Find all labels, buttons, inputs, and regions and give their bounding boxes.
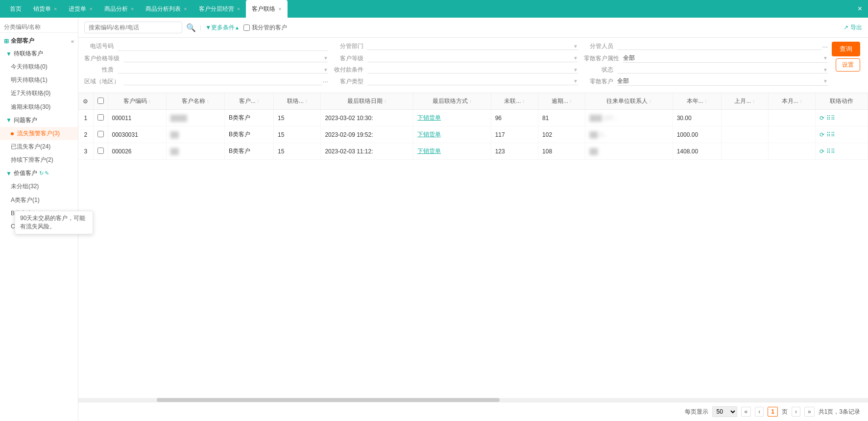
tab-home-label: 首页 xyxy=(10,5,22,13)
scroll-thumb[interactable] xyxy=(157,398,500,402)
region-select[interactable] xyxy=(123,78,322,85)
th-last-date[interactable]: 最后联络日期 xyxy=(321,93,413,110)
sidebar-group-pending[interactable]: ▼ 待联络客户 xyxy=(0,47,78,60)
row-name-1: ██ xyxy=(166,126,224,143)
row-action-1[interactable]: ⟳ ⠿⠿ xyxy=(816,126,868,143)
row-action-2[interactable]: ⟳ ⠿⠿ xyxy=(816,143,868,160)
th-code[interactable]: 客户编码 xyxy=(108,93,166,110)
tab-customer-tier[interactable]: 客户分层经营 × xyxy=(193,0,246,18)
table-settings-icon[interactable]: ⚙ xyxy=(83,98,88,105)
row-checkbox-1[interactable] xyxy=(93,126,108,143)
retail-attr-select[interactable]: 全部 ▼ xyxy=(623,54,828,63)
th-type[interactable]: 客户... xyxy=(225,93,274,110)
sidebar-item-7days[interactable]: 近7天待联络(0) xyxy=(0,87,78,100)
sidebar-collapse-icon[interactable]: « xyxy=(71,38,74,44)
query-button[interactable]: 查询 xyxy=(832,42,860,56)
row-last-method-1[interactable]: 下销货单 xyxy=(413,126,491,143)
search-input[interactable] xyxy=(84,22,182,33)
sidebar-tooltip: 90天未交易的客户，可能有流失风险。 xyxy=(15,211,78,234)
per-page-select[interactable]: 50 100 200 xyxy=(712,406,737,417)
cust-tier-select[interactable]: ▼ xyxy=(367,55,578,62)
tab-product-list-close[interactable]: × xyxy=(184,6,187,12)
tab-product-analysis[interactable]: 商品分析 × xyxy=(98,0,140,18)
status-select[interactable]: ▼ xyxy=(617,66,828,74)
th-this-month[interactable]: 本月... xyxy=(769,93,816,110)
th-contact[interactable]: 联络... xyxy=(274,93,321,110)
th-settings[interactable]: ⚙ xyxy=(78,93,93,110)
manager-select[interactable] xyxy=(617,43,822,50)
select-all-checkbox[interactable] xyxy=(97,98,104,104)
tab-home[interactable]: 首页 xyxy=(4,0,27,18)
row-last-method-0[interactable]: 下销货单 xyxy=(413,110,491,126)
payment-arrow: ▼ xyxy=(573,67,578,73)
setting-button[interactable]: 设置 xyxy=(836,58,860,72)
chevron-down-icon: ▲ xyxy=(235,25,240,30)
row-last-method-2[interactable]: 下销货单 xyxy=(413,143,491,160)
row-code-2: 000026 xyxy=(108,143,166,160)
th-uncontacted[interactable]: 未联... xyxy=(491,93,538,110)
row-checkbox-0[interactable] xyxy=(93,110,108,126)
search-icon[interactable]: 🔍 xyxy=(186,23,196,32)
more-conditions-btn[interactable]: ▼ 更多条件 ▲ xyxy=(205,24,240,32)
last-page-btn[interactable]: » xyxy=(804,407,815,417)
my-customer-check[interactable] xyxy=(243,25,250,31)
filter-retail-attr: 零散客户属性 全部 ▼ xyxy=(584,54,828,63)
export-btn[interactable]: ↗ 导出 xyxy=(844,24,862,32)
tab-sales[interactable]: 销货单 × xyxy=(27,0,63,18)
nature-select[interactable]: ▼ xyxy=(118,66,328,74)
prev-page-btn[interactable]: ‹ xyxy=(755,407,764,417)
tab-customer-tier-close[interactable]: × xyxy=(237,6,240,12)
tab-customer-contact[interactable]: 客户联络 × xyxy=(246,0,287,18)
region-dots-btn[interactable]: ··· xyxy=(322,77,328,85)
th-this-year[interactable]: 本年... xyxy=(673,93,721,110)
dept-select[interactable]: ▼ xyxy=(367,43,578,50)
sidebar-group-value[interactable]: ▼ 价值客户 ↻ ✎ xyxy=(0,167,78,180)
sidebar-search-input[interactable] xyxy=(4,24,77,30)
grid-icon: ⊞ xyxy=(4,38,9,45)
horizontal-scrollbar[interactable] xyxy=(78,398,868,402)
next-page-btn[interactable]: › xyxy=(792,407,800,417)
payment-select[interactable]: ▼ xyxy=(367,66,578,74)
sidebar-item-a-class[interactable]: A类客户(1) xyxy=(0,194,78,207)
close-window-btn[interactable]: × xyxy=(858,4,862,13)
table-header-row: ⚙ 客户编码 客户名称 客户... 联络... 最后联络日期 最后联络方式 未联… xyxy=(78,93,868,110)
tab-customer-contact-close[interactable]: × xyxy=(278,6,281,12)
my-customer-checkbox[interactable]: 我分管的客户 xyxy=(243,24,287,32)
th-last-method[interactable]: 最后联络方式 xyxy=(413,93,491,110)
row-contact2-0: ███ 107... xyxy=(585,110,673,126)
sidebar-item-churn-warning[interactable]: 流失预警客户(3) xyxy=(0,127,78,140)
sidebar-group-problem[interactable]: ▼ 问题客户 xyxy=(0,114,78,127)
th-name[interactable]: 客户名称 xyxy=(166,93,224,110)
cust-type-select[interactable]: ▼ xyxy=(367,78,578,85)
sidebar-item-churned[interactable]: 已流失客户(24) xyxy=(0,140,78,153)
group-problem-label: 问题客户 xyxy=(14,116,37,124)
row-checkbox-2[interactable] xyxy=(93,143,108,160)
sidebar-all-customers[interactable]: ⊞ 全部客户 « xyxy=(0,35,78,47)
sidebar-item-ungrouped[interactable]: 未分组(32) xyxy=(0,180,78,193)
cust-tier-label: 客户等级 xyxy=(334,54,363,63)
first-page-btn[interactable]: « xyxy=(741,407,751,417)
filter-row-2: 客户价格等级 ▼ 客户等级 ▼ xyxy=(84,54,828,63)
tab-purchase[interactable]: 进货单 × xyxy=(63,0,98,18)
sidebar-item-overdue[interactable]: 逾期未联络(30) xyxy=(0,100,78,114)
manager-dots-btn[interactable]: ··· xyxy=(822,43,828,50)
tab-purchase-label: 进货单 xyxy=(69,5,86,13)
retail-select[interactable]: 全部 ▼ xyxy=(617,77,828,86)
value-refresh-icon[interactable]: ↻ xyxy=(39,170,44,176)
th-overdue[interactable]: 逾期... xyxy=(538,93,585,110)
price-tier-select[interactable]: ▼ xyxy=(123,55,328,62)
table-row: 3 000026 ██ B类客户 15 2023-02-03 11:12: 下销… xyxy=(78,143,868,160)
th-contact2[interactable]: 往来单位联系人 xyxy=(585,93,673,110)
row-action-0[interactable]: ⟳ ⠿⠿ xyxy=(816,110,868,126)
tab-purchase-close[interactable]: × xyxy=(89,6,92,12)
th-last-month[interactable]: 上月... xyxy=(721,93,768,110)
tab-product-list[interactable]: 商品分析列表 × xyxy=(140,0,193,18)
sidebar-item-today[interactable]: 今天待联络(0) xyxy=(0,60,78,74)
sidebar-item-tomorrow[interactable]: 明天待联络(1) xyxy=(0,74,78,87)
value-edit-icon[interactable]: ✎ xyxy=(45,170,49,176)
th-checkbox[interactable] xyxy=(93,93,108,110)
tab-sales-close[interactable]: × xyxy=(54,6,57,12)
phone-input[interactable] xyxy=(118,42,328,51)
sidebar-item-declining[interactable]: 持续下滑客户(2) xyxy=(0,153,78,167)
tab-product-analysis-close[interactable]: × xyxy=(131,6,134,12)
